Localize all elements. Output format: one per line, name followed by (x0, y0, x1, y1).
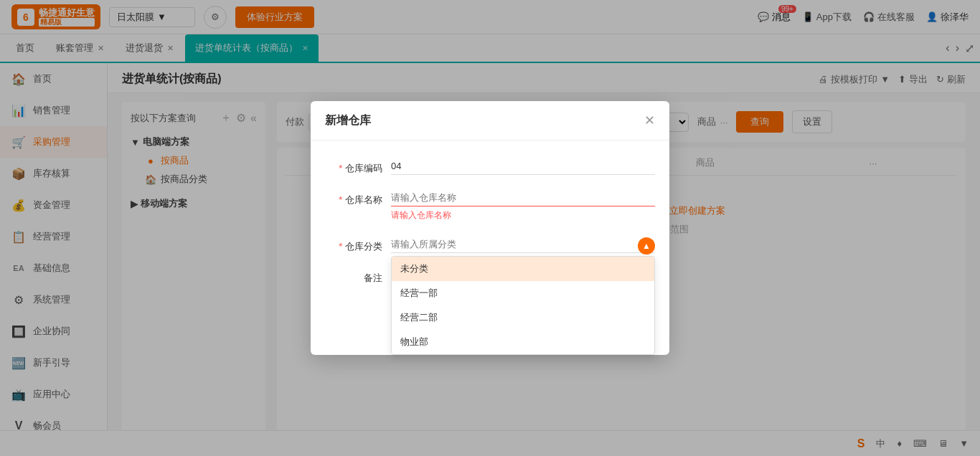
form-row-code: * 仓库编码 (325, 158, 655, 175)
dropdown-item-dept2[interactable]: 经营二部 (392, 305, 654, 330)
form-row-category: * 仓库分类 ▲ 未分类 经营一部 经营二部 物业部 (325, 236, 655, 253)
code-label: * 仓库编码 (325, 158, 382, 175)
add-warehouse-dialog: 新增仓库 ✕ * 仓库编码 * 仓库名称 (311, 101, 669, 355)
name-label: * 仓库名称 (325, 189, 382, 206)
dialog-close-button[interactable]: ✕ (644, 113, 655, 128)
modal-overlay[interactable]: 新增仓库 ✕ * 仓库编码 * 仓库名称 (0, 0, 980, 456)
category-label: * 仓库分类 (325, 236, 382, 253)
category-input[interactable] (391, 236, 655, 253)
dialog-body: * 仓库编码 * 仓库名称 请输入仓库名称 (311, 141, 669, 310)
category-label-text: 仓库分类 (345, 241, 382, 252)
dropdown-item-property[interactable]: 物业部 (392, 330, 654, 354)
dialog-header: 新增仓库 ✕ (311, 101, 669, 141)
code-input[interactable] (391, 158, 655, 175)
category-dropdown: 未分类 经营一部 经营二部 物业部 (391, 256, 655, 355)
category-toggle-button[interactable]: ▲ (638, 237, 655, 255)
dropdown-item-uncategorized[interactable]: 未分类 (392, 257, 654, 281)
remark-label: 备注 (325, 267, 382, 285)
code-label-text: 仓库编码 (345, 163, 382, 174)
name-input[interactable] (391, 189, 655, 206)
dropdown-item-dept1[interactable]: 经营一部 (392, 281, 654, 305)
remark-label-text: 备注 (364, 272, 382, 283)
dialog-title: 新增仓库 (325, 113, 371, 128)
name-label-text: 仓库名称 (345, 194, 382, 205)
name-error-msg: 请输入仓库名称 (391, 209, 655, 222)
category-input-wrapper: ▲ 未分类 经营一部 经营二部 物业部 (391, 236, 655, 253)
form-row-name: * 仓库名称 请输入仓库名称 (325, 189, 655, 222)
